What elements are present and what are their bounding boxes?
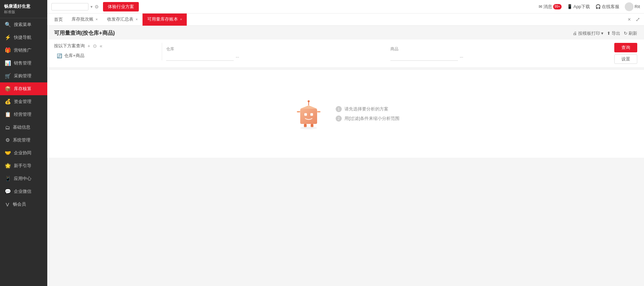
- brand-sub: 标准版: [4, 9, 43, 15]
- online-service-link[interactable]: 🎧 在线客服: [595, 4, 619, 10]
- svg-rect-1: [304, 113, 307, 116]
- collapse-scheme-icon[interactable]: «: [100, 43, 102, 49]
- topbar-arrow-icon[interactable]: ▾: [91, 4, 93, 9]
- tab-0[interactable]: 库存批次账×: [67, 14, 102, 26]
- settings-button[interactable]: 设置: [614, 54, 637, 64]
- filter-area: 按以下方案查询 + ⊙ « 🔄 仓库+商品 仓库 ···: [47, 40, 644, 67]
- sidebar-icon-inventory: 📦: [5, 86, 11, 92]
- sidebar-item-operations[interactable]: 📋经营管理: [0, 108, 47, 121]
- sidebar-item-appstore[interactable]: 📱应用中心: [0, 172, 47, 185]
- industry-solution-button[interactable]: 体验行业方案: [103, 2, 139, 11]
- svg-point-9: [300, 127, 317, 129]
- refresh-action[interactable]: ↻ 刷新: [624, 30, 637, 36]
- filter-scheme-label: 按以下方案查询: [54, 43, 85, 49]
- tab-2[interactable]: 可用量库存账本×: [143, 14, 187, 26]
- window-expand-icon[interactable]: ⤢: [634, 16, 641, 23]
- svg-rect-5: [297, 111, 300, 112]
- tab-1[interactable]: 收发存汇总表×: [102, 14, 142, 26]
- topbar-gear-icon[interactable]: ⚙: [95, 4, 99, 9]
- topbar-search-input[interactable]: [51, 3, 88, 10]
- print-action[interactable]: 🖨 按模板打印 ▾: [573, 30, 603, 36]
- user-avatar[interactable]: Rit: [625, 2, 640, 11]
- step-num-1: 1: [336, 106, 342, 112]
- filter-goods-field: 商品 ···: [390, 46, 608, 61]
- sidebar-item-member[interactable]: V畅会员: [0, 198, 47, 211]
- settings-scheme-icon[interactable]: ⊙: [93, 43, 97, 49]
- sidebar-icon-finance: 💰: [5, 99, 11, 105]
- page-title: 可用量查询(按仓库+商品): [54, 30, 115, 37]
- empty-step-1: 1 请先选择要分析的方案: [336, 106, 400, 112]
- step-num-2: 2: [336, 115, 342, 122]
- sidebar-item-quicknav[interactable]: ⚡快捷导航: [0, 31, 47, 44]
- filter-left-panel: 按以下方案查询 + ⊙ « 🔄 仓库+商品: [54, 43, 162, 60]
- topbar: ▾ ⚙ 体验行业方案 ✉ 消息 99+ 📱 App下载 🎧 在线客服 Rit: [47, 0, 644, 14]
- page-actions: 🖨 按模板打印 ▾ ⬆ 导出 ↻ 刷新: [573, 30, 637, 36]
- sidebar-label-purchase: 采购管理: [14, 73, 31, 79]
- add-scheme-icon[interactable]: +: [87, 43, 90, 49]
- filter-goods-input[interactable]: [390, 53, 458, 61]
- main-area: ▾ ⚙ 体验行业方案 ✉ 消息 99+ 📱 App下载 🎧 在线客服 Rit: [47, 0, 644, 286]
- print-icon: 🖨: [573, 31, 577, 36]
- sidebar-item-search[interactable]: 🔍搜索菜单: [0, 18, 47, 31]
- query-button[interactable]: 查询: [614, 43, 637, 52]
- sidebar-item-wechat[interactable]: 💬企业微信: [0, 185, 47, 198]
- sidebar-item-finance[interactable]: 💰资金管理: [0, 95, 47, 108]
- scheme-item-label: 仓库+商品: [64, 53, 84, 59]
- sidebar-item-basic[interactable]: 🗂基础信息: [0, 121, 47, 134]
- refresh-icon: ↻: [624, 31, 627, 36]
- window-close-icon[interactable]: ×: [626, 17, 632, 23]
- notification-badge: 99+: [553, 4, 562, 9]
- tab-close-0[interactable]: ×: [96, 17, 98, 21]
- sidebar-scroll: 🔍搜索菜单⚡快捷导航🎁营销推广📊销售管理🛒采购管理📦库存核算💰资金管理📋经营管理…: [0, 18, 47, 286]
- notification-link[interactable]: ✉ 消息 99+: [539, 4, 562, 10]
- sidebar-item-sales[interactable]: 📊销售管理: [0, 57, 47, 70]
- svg-point-4: [308, 100, 310, 102]
- topbar-search-wrap: ▾ ⚙: [51, 3, 100, 10]
- phone-icon: 📱: [567, 4, 572, 9]
- export-action[interactable]: ⬆ 导出: [607, 30, 620, 36]
- sidebar-item-newbie[interactable]: 🌟新手引导: [0, 159, 47, 172]
- sidebar-icon-marketing: 🎁: [5, 47, 11, 53]
- app-download-link[interactable]: 📱 App下载: [567, 4, 590, 10]
- empty-state-inner: 1 请先选择要分析的方案 2 用[过滤]条件来缩小分析范围: [292, 97, 400, 131]
- sidebar-label-wechat: 企业微信: [14, 188, 31, 194]
- sidebar-item-purchase[interactable]: 🛒采购管理: [0, 70, 47, 82]
- filter-warehouse-more-icon[interactable]: ···: [236, 55, 239, 59]
- filter-goods-more-icon[interactable]: ···: [460, 55, 463, 59]
- sidebar-item-system[interactable]: ⚙系统管理: [0, 134, 47, 147]
- tab-close-1[interactable]: ×: [135, 17, 137, 21]
- sidebar-icon-wechat: 💬: [5, 188, 11, 194]
- tab-home[interactable]: 首页: [50, 17, 67, 23]
- empty-step-2: 2 用[过滤]条件来缩小分析范围: [336, 115, 400, 122]
- filter-goods-label: 商品: [390, 46, 608, 52]
- sidebar-icon-operations: 📋: [5, 111, 11, 118]
- brand-name: 畅康通好生意: [4, 3, 43, 9]
- user-name: Rit: [635, 4, 640, 9]
- tab-label-0: 库存批次账: [72, 16, 94, 22]
- avatar: [625, 2, 634, 11]
- filter-warehouse-input[interactable]: [166, 53, 234, 61]
- tab-close-2[interactable]: ×: [180, 17, 182, 21]
- message-icon: ✉: [539, 4, 542, 9]
- svg-rect-6: [317, 111, 320, 112]
- sidebar-label-member: 畅会员: [13, 201, 26, 207]
- sidebar-item-inventory[interactable]: 📦库存核算: [0, 82, 47, 95]
- sidebar-icon-system: ⚙: [5, 137, 10, 143]
- topbar-right: ✉ 消息 99+ 📱 App下载 🎧 在线客服 Rit: [539, 2, 640, 11]
- filter-warehouse-field: 仓库 ···: [166, 46, 384, 61]
- empty-state: 1 请先选择要分析的方案 2 用[过滤]条件来缩小分析范围: [47, 70, 644, 158]
- sidebar-label-finance: 资金管理: [14, 99, 31, 105]
- sidebar-icon-search: 🔍: [5, 22, 11, 28]
- sidebar-icon-sales: 📊: [5, 60, 11, 66]
- sidebar-icon-quicknav: ⚡: [5, 34, 11, 41]
- sidebar-item-enterprise[interactable]: 🤝企业协同: [0, 147, 47, 159]
- filter-warehouse-label: 仓库: [166, 46, 384, 52]
- sidebar-label-system: 系统管理: [13, 137, 30, 143]
- print-arrow-icon: ▾: [601, 31, 603, 36]
- sidebar-label-basic: 基础信息: [13, 124, 30, 130]
- filter-goods-input-row: ···: [390, 53, 608, 61]
- sidebar-item-marketing[interactable]: 🎁营销推广: [0, 44, 47, 57]
- sidebar-label-inventory: 库存核算: [14, 86, 31, 92]
- scheme-item-warehouse-goods[interactable]: 🔄 仓库+商品: [54, 51, 158, 60]
- filter-right-panel: 仓库 ··· 商品 ··· 查询 设置: [166, 43, 637, 64]
